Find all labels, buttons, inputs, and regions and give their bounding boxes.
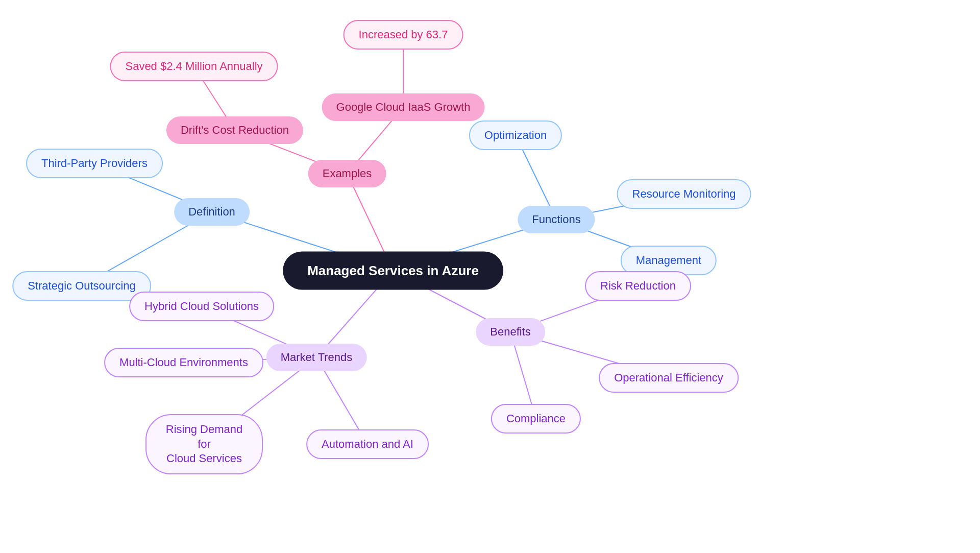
risk-reduction-label: Risk Reduction [600, 279, 676, 293]
increased-node[interactable]: Increased by 63.7 [344, 20, 463, 50]
automation-node[interactable]: Automation and AI [306, 429, 429, 459]
multi-cloud-label: Multi-Cloud Environments [119, 356, 248, 369]
third-party-node[interactable]: Third-Party Providers [26, 149, 163, 178]
functions-node[interactable]: Functions [518, 206, 595, 233]
optimization-node[interactable]: Optimization [469, 121, 562, 150]
optimization-label: Optimization [484, 129, 547, 142]
operational-label: Operational Efficiency [614, 371, 723, 384]
increased-label: Increased by 63.7 [359, 28, 448, 41]
resource-monitoring-node[interactable]: Resource Monitoring [617, 179, 751, 209]
risk-reduction-node[interactable]: Risk Reduction [585, 271, 691, 301]
center-label: Managed Services in Azure [307, 263, 479, 279]
operational-efficiency-node[interactable]: Operational Efficiency [599, 363, 739, 393]
definition-label: Definition [188, 205, 235, 219]
center-node[interactable]: Managed Services in Azure [283, 252, 503, 290]
market-trends-node[interactable]: Market Trends [266, 344, 367, 371]
saved-label: Saved $2.4 Million Annually [125, 60, 262, 73]
hybrid-cloud-label: Hybrid Cloud Solutions [144, 300, 259, 313]
rising-demand-label: Rising Demand forCloud Services [161, 422, 248, 466]
google-cloud-label: Google Cloud IaaS Growth [336, 101, 471, 114]
examples-node[interactable]: Examples [308, 160, 386, 187]
functions-label: Functions [532, 213, 580, 226]
compliance-node[interactable]: Compliance [491, 404, 581, 434]
resource-monitoring-label: Resource Monitoring [632, 187, 736, 201]
management-label: Management [636, 254, 701, 267]
strategic-label: Strategic Outsourcing [28, 279, 136, 293]
examples-label: Examples [323, 167, 372, 180]
market-trends-label: Market Trends [281, 351, 353, 364]
third-party-label: Third-Party Providers [41, 157, 148, 170]
definition-node[interactable]: Definition [174, 198, 250, 226]
hybrid-cloud-node[interactable]: Hybrid Cloud Solutions [129, 292, 274, 321]
saved-node[interactable]: Saved $2.4 Million Annually [110, 52, 278, 81]
compliance-label: Compliance [506, 412, 566, 425]
benefits-node[interactable]: Benefits [476, 318, 545, 346]
drifts-label: Drift's Cost Reduction [181, 124, 289, 137]
rising-demand-node[interactable]: Rising Demand forCloud Services [145, 414, 263, 474]
drifts-node[interactable]: Drift's Cost Reduction [166, 116, 303, 144]
automation-label: Automation and AI [322, 438, 413, 451]
strategic-node[interactable]: Strategic Outsourcing [12, 271, 151, 301]
google-cloud-node[interactable]: Google Cloud IaaS Growth [322, 93, 485, 121]
benefits-label: Benefits [490, 325, 531, 339]
multi-cloud-node[interactable]: Multi-Cloud Environments [104, 348, 263, 377]
